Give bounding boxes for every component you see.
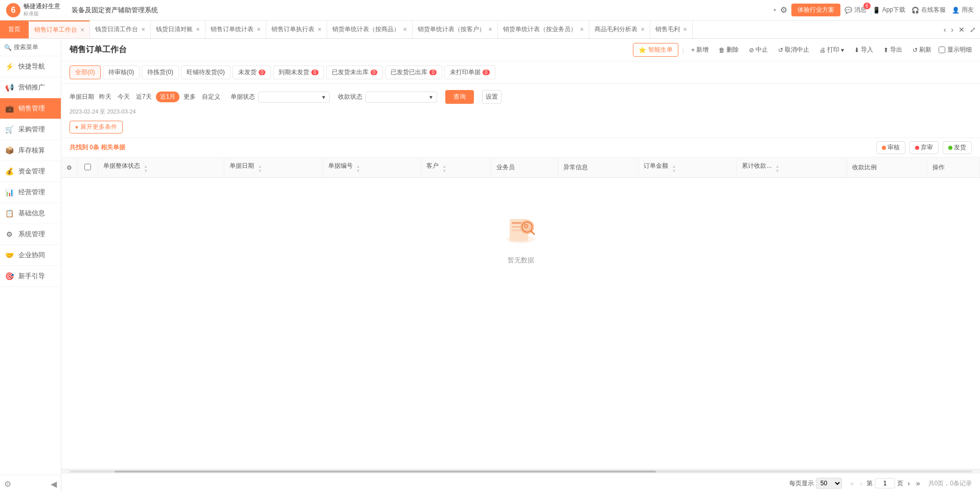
user-button[interactable]: 👤 用友 <box>952 6 974 14</box>
sidebar-item-purchase[interactable]: 🛒 采购管理 <box>0 119 61 140</box>
sidebar-item-system[interactable]: ⚙ 系统管理 <box>0 224 61 245</box>
refresh-button[interactable]: ↺ 刷新 <box>909 43 935 56</box>
subtab-unshipped[interactable]: 未发货 0 <box>233 65 271 79</box>
page-next-button[interactable]: › <box>905 478 912 488</box>
subtab-overdue-unshipped[interactable]: 到期未发货 0 <box>273 65 324 79</box>
export-button[interactable]: ⬆ 导出 <box>880 43 905 56</box>
col-settings[interactable]: ⚙ <box>61 158 78 178</box>
unreview-button[interactable]: 弃审 <box>909 141 939 154</box>
page-last-button[interactable]: » <box>914 478 922 488</box>
industry-solution-button[interactable]: 体验行业方案 <box>791 4 840 16</box>
page-number-input[interactable] <box>875 478 895 488</box>
date-btn-today[interactable]: 今天 <box>116 92 132 102</box>
tab-close-icon[interactable]: ✕ <box>580 27 584 32</box>
message-button[interactable]: 💬 消息 6 <box>845 6 867 14</box>
online-service-button[interactable]: 🎧 在线客服 <box>911 6 946 14</box>
status-select[interactable]: ▾ <box>258 92 330 103</box>
settings-filter-button[interactable]: 设置 <box>482 90 502 104</box>
per-page-select[interactable]: 50 10 20 100 <box>816 478 842 489</box>
tab-scroll-right-button[interactable]: › <box>949 25 955 35</box>
tab-product-margin[interactable]: 商品毛利分析表 ✕ <box>589 20 650 38</box>
tab-scroll-left-button[interactable]: ‹ <box>942 25 948 35</box>
tab-cash-account[interactable]: 钱货日清对账 ✕ <box>151 20 206 38</box>
tab-close-icon[interactable]: ✕ <box>641 27 645 32</box>
sort-amount-icon[interactable]: ▲▼ <box>672 165 676 173</box>
sort-received-icon[interactable]: ▲▼ <box>776 165 780 173</box>
print-button[interactable]: 🖨 打印 ▾ <box>816 43 847 56</box>
sort-date-icon[interactable]: ▲▼ <box>258 165 262 173</box>
sidebar-item-marketing[interactable]: 📢 营销推广 <box>0 77 61 98</box>
cancel-stop-button[interactable]: ↺ 取消中止 <box>775 43 812 56</box>
tab-close-icon[interactable]: ✕ <box>403 27 407 32</box>
subtab-pending-pickup[interactable]: 待拣货(0) <box>142 65 179 79</box>
tab-close-icon[interactable]: ✕ <box>196 27 200 32</box>
subtab-shipped-out[interactable]: 已发货已出库 0 <box>385 65 442 79</box>
sidebar-item-sales[interactable]: 💼 销售管理 <box>0 98 61 119</box>
system-dropdown-icon[interactable]: ▾ <box>773 7 776 13</box>
subtab-pending-review[interactable]: 待审核(0) <box>103 65 140 79</box>
tab-cash-day[interactable]: 钱货日清工作台 ✕ <box>90 20 151 38</box>
tab-sales-stat-product[interactable]: 销货单统计表（按商品） ✕ <box>327 20 413 38</box>
sort-status-icon[interactable]: ▲▼ <box>144 165 148 173</box>
settings-icon[interactable]: ⚙ <box>780 5 787 15</box>
sidebar-item-quick-nav[interactable]: ⚡ 快捷导航 <box>0 56 61 77</box>
subtab-all[interactable]: 全部(0) <box>70 65 101 79</box>
date-btn-yesterday[interactable]: 昨天 <box>97 92 113 102</box>
tab-close-icon[interactable]: ✕ <box>683 27 687 32</box>
date-btn-custom[interactable]: 自定义 <box>200 92 222 102</box>
tab-close-icon[interactable]: ✕ <box>141 27 145 32</box>
sidebar-item-enterprise[interactable]: 🤝 企业协同 <box>0 245 61 266</box>
tab-sales-workbench[interactable]: 销售订单工作台 ✕ <box>29 20 90 38</box>
date-btn-more[interactable]: 更多 <box>181 92 198 102</box>
query-button[interactable]: 查询 <box>445 90 474 104</box>
page-first-button[interactable]: « <box>848 478 856 488</box>
tab-close-all-button[interactable]: ✕ <box>956 25 967 35</box>
subtab-shipped-not-in[interactable]: 已发货未出库 0 <box>326 65 383 79</box>
date-btn-7days[interactable]: 近7天 <box>134 92 154 102</box>
subtab-wangpu-pending[interactable]: 旺铺待发货(0) <box>181 65 231 79</box>
stop-button[interactable]: ⊘ 中止 <box>746 43 771 56</box>
col-check[interactable] <box>78 158 98 178</box>
tab-home[interactable]: 首页 <box>0 20 29 38</box>
sidebar-item-finance[interactable]: 💰 资金管理 <box>0 161 61 182</box>
horizontal-scrollbar[interactable] <box>61 469 980 473</box>
column-settings-icon[interactable]: ⚙ <box>66 164 72 171</box>
results-toolbar: 共找到 0条 相关单据 审核 弃审 发货 <box>61 138 980 158</box>
expand-filter-button[interactable]: ▾ 展开更多条件 <box>70 121 123 133</box>
tab-sales-stat-1[interactable]: 销售订单统计表 ✕ <box>206 20 266 38</box>
select-all-checkbox[interactable] <box>84 164 91 170</box>
show-detail-checkbox[interactable]: 显示明细 <box>939 46 972 54</box>
search-menu-button[interactable]: 🔍 搜索菜单 <box>0 39 61 56</box>
tab-close-icon[interactable]: ✕ <box>317 27 322 32</box>
tab-close-icon[interactable]: ✕ <box>488 27 492 32</box>
message-icon: 💬 <box>845 7 852 14</box>
payment-select[interactable]: ▾ <box>366 92 437 103</box>
sort-number-icon[interactable]: ▲▼ <box>356 165 360 173</box>
review-button[interactable]: 审核 <box>876 141 905 154</box>
tab-sales-stat-staff[interactable]: 销货单统计表（按业务员） ✕ <box>498 20 589 38</box>
tab-close-icon[interactable]: ✕ <box>257 27 261 32</box>
page-prev-button[interactable]: ‹ <box>858 478 865 488</box>
tab-sales-exec[interactable]: 销售订单执行表 ✕ <box>266 20 327 38</box>
tab-expand-button[interactable]: ⤢ <box>968 25 978 35</box>
tab-close-icon[interactable]: ✕ <box>80 27 84 33</box>
sidebar-item-inventory[interactable]: 📦 库存核算 <box>0 140 61 161</box>
import-button[interactable]: ⬇ 导入 <box>851 43 876 56</box>
show-detail-input[interactable] <box>939 47 945 53</box>
add-button[interactable]: + 新增 <box>688 43 712 56</box>
app-download-button[interactable]: 📱 App下载 <box>873 6 905 14</box>
subtab-not-printed[interactable]: 未打印单据 0 <box>444 65 495 79</box>
date-btn-1month[interactable]: 近1月 <box>156 92 180 102</box>
sidebar-item-basic-info[interactable]: 📋 基础信息 <box>0 203 61 224</box>
ship-button[interactable]: 发货 <box>943 141 972 154</box>
smart-generate-button[interactable]: ⭐ 智能生单 <box>633 43 678 57</box>
sidebar-item-guide[interactable]: 🎯 新手引导 <box>0 266 61 287</box>
sort-customer-icon[interactable]: ▲▼ <box>442 165 446 173</box>
delete-button[interactable]: 🗑 删除 <box>716 43 742 56</box>
tab-sales-stat-customer[interactable]: 销货单统计表（按客户） ✕ <box>413 20 498 38</box>
tab-sales-revenue[interactable]: 销售毛利 ✕ <box>650 20 693 38</box>
sidebar-collapse-button[interactable]: ◀ <box>51 479 57 489</box>
sidebar-settings-button[interactable]: ⚙ <box>4 479 11 489</box>
col-header-operation: 操作 <box>927 158 980 178</box>
sidebar-item-operation[interactable]: 📊 经营管理 <box>0 182 61 203</box>
